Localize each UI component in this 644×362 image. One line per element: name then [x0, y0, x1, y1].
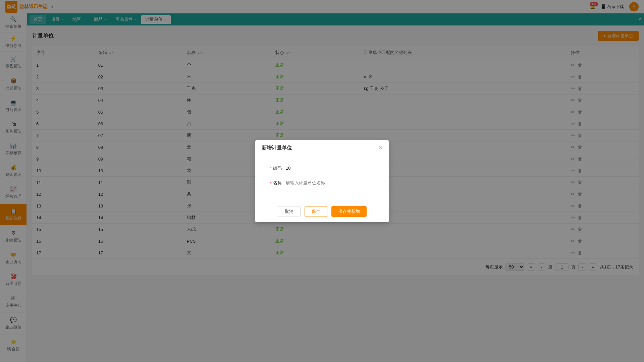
modal-header: 新增计量单位 ×	[255, 140, 389, 156]
cancel-button[interactable]: 取消	[278, 206, 301, 217]
name-form-row: *名称	[262, 179, 382, 187]
modal-close-button[interactable]: ×	[379, 145, 382, 151]
save-button[interactable]: 保存	[305, 206, 327, 217]
required-mark: *	[270, 166, 272, 171]
code-label: *编码	[262, 165, 282, 171]
add-unit-modal: 新增计量单位 × *编码 *名称 取消 保存 保存并新增	[255, 140, 389, 222]
required-mark: *	[270, 180, 272, 185]
name-input[interactable]	[286, 179, 382, 187]
name-label: *名称	[262, 180, 282, 186]
modal-title: 新增计量单位	[262, 145, 292, 151]
code-form-row: *编码	[262, 164, 382, 172]
modal-body: *编码 *名称	[255, 156, 389, 202]
modal-overlay: 新增计量单位 × *编码 *名称 取消 保存 保存并新增	[0, 0, 644, 362]
code-input[interactable]	[286, 164, 382, 172]
modal-footer: 取消 保存 保存并新增	[255, 202, 389, 222]
save-and-add-button[interactable]: 保存并新增	[331, 206, 367, 217]
